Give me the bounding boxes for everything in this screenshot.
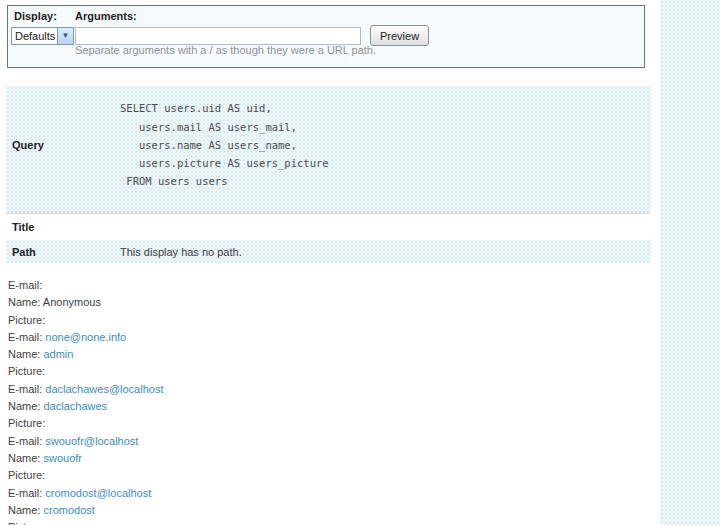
query-row: Query SELECT users.uid AS uid, users.mai… bbox=[6, 86, 651, 213]
result-field-name: Name: swouofr bbox=[8, 450, 648, 467]
preview-button[interactable]: Preview bbox=[370, 25, 429, 46]
result-field-picture: Picture: bbox=[8, 467, 648, 484]
arguments-input[interactable] bbox=[75, 27, 361, 45]
result-field-email: E-mail: bbox=[8, 277, 648, 294]
field-label-name: Name: bbox=[8, 504, 40, 516]
path-value: This display has no path. bbox=[120, 246, 242, 258]
display-label: Display: bbox=[14, 10, 57, 22]
result-field-name: Name: daclachawes bbox=[8, 398, 648, 415]
field-label-name: Name: bbox=[8, 400, 40, 412]
path-label: Path bbox=[6, 246, 120, 258]
result-field-name: Name: admin bbox=[8, 346, 648, 363]
user-email-link[interactable]: cromodost@localhost bbox=[45, 487, 151, 499]
result-field-email: E-mail: swouofr@localhost bbox=[8, 433, 648, 450]
title-label: Title bbox=[6, 221, 120, 233]
user-name-link[interactable]: swouofr bbox=[43, 452, 82, 464]
query-label: Query bbox=[6, 139, 120, 151]
result-field-picture: Picture: bbox=[8, 519, 648, 525]
preview-results: E-mail:Name: AnonymousPicture:E-mail: no… bbox=[8, 277, 648, 525]
field-label-picture: Picture: bbox=[8, 417, 45, 429]
field-label-picture: Picture: bbox=[8, 314, 45, 326]
user-email-link[interactable]: swouofr@localhost bbox=[45, 435, 138, 447]
result-field-email: E-mail: cromodost@localhost bbox=[8, 485, 648, 502]
arguments-help-text: Separate arguments with a / as though th… bbox=[75, 44, 376, 56]
field-label-name: Name: bbox=[8, 296, 40, 308]
preview-form: Display: Arguments: Defaults ▼ Preview S… bbox=[7, 5, 645, 68]
user-name-link[interactable]: admin bbox=[43, 348, 73, 360]
views-preview-page: Display: Arguments: Defaults ▼ Preview S… bbox=[0, 0, 720, 525]
result-field-picture: Picture: bbox=[8, 415, 648, 432]
user-name-link[interactable]: daclachawes bbox=[43, 400, 107, 412]
result-field-email: E-mail: none@none.info bbox=[8, 329, 648, 346]
title-row: Title bbox=[6, 213, 651, 239]
result-field-name: Name: Anonymous bbox=[8, 294, 648, 311]
result-field-name: Name: cromodost bbox=[8, 502, 648, 519]
display-select[interactable]: Defaults ▼ bbox=[11, 27, 74, 45]
user-name-link[interactable]: cromodost bbox=[43, 504, 94, 516]
query-sql: SELECT users.uid AS uid, users.mail AS u… bbox=[120, 99, 329, 190]
field-label-email: E-mail: bbox=[8, 383, 42, 395]
field-label-picture: Picture: bbox=[8, 469, 45, 481]
preview-info-table: Query SELECT users.uid AS uid, users.mai… bbox=[6, 86, 651, 263]
page-background-strip bbox=[660, 0, 720, 525]
user-email-link[interactable]: daclachawes@localhost bbox=[45, 383, 163, 395]
user-name-value: Anonymous bbox=[43, 296, 101, 308]
field-label-name: Name: bbox=[8, 452, 40, 464]
path-row: Path This display has no path. bbox=[6, 239, 651, 263]
field-label-email: E-mail: bbox=[8, 435, 42, 447]
field-label-email: E-mail: bbox=[8, 279, 42, 291]
chevron-down-icon: ▼ bbox=[57, 28, 73, 44]
display-select-value: Defaults bbox=[12, 30, 57, 42]
field-label-email: E-mail: bbox=[8, 487, 42, 499]
field-label-email: E-mail: bbox=[8, 331, 42, 343]
field-label-name: Name: bbox=[8, 348, 40, 360]
result-field-picture: Picture: bbox=[8, 312, 648, 329]
field-label-picture: Picture: bbox=[8, 365, 45, 377]
arguments-label: Arguments: bbox=[75, 10, 137, 22]
user-email-link[interactable]: none@none.info bbox=[45, 331, 126, 343]
result-field-picture: Picture: bbox=[8, 363, 648, 380]
result-field-email: E-mail: daclachawes@localhost bbox=[8, 381, 648, 398]
field-label-picture: Picture: bbox=[8, 521, 45, 525]
